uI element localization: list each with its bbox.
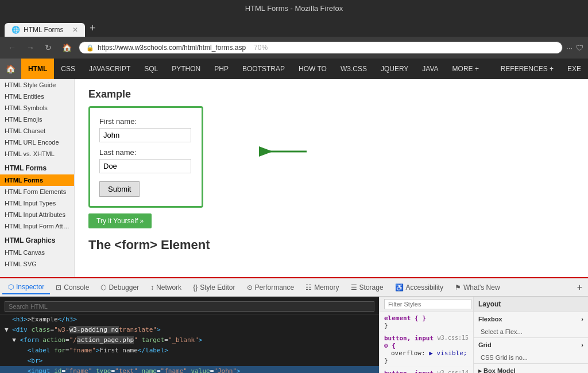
- devtools-tab-console[interactable]: ⊡ Console: [50, 281, 95, 294]
- devtools-tab-debugger[interactable]: ⬡ Debugger: [95, 281, 145, 294]
- sidebar-item-style-guide[interactable]: HTML Style Guide: [0, 79, 74, 91]
- nav-item-css[interactable]: CSS: [54, 59, 82, 79]
- address-bar[interactable]: 🔒 https://www.w3schools.com/html/html_fo…: [79, 41, 563, 54]
- main-layout: HTML Style Guide HTML Entities HTML Symb…: [0, 79, 588, 277]
- grid-title[interactable]: Grid ›: [474, 338, 588, 352]
- memory-icon: ☷: [305, 283, 312, 292]
- storage-icon: ☰: [351, 283, 357, 292]
- html-line-3: ▼ <form action="/action_page.php" target…: [0, 335, 379, 345]
- console-icon: ⊡: [56, 283, 61, 292]
- nav-item-html[interactable]: HTML: [21, 59, 54, 79]
- nav-item-sql[interactable]: SQL: [137, 59, 165, 79]
- accessibility-icon: ♿: [395, 283, 404, 292]
- devtools-add-button[interactable]: +: [574, 281, 586, 294]
- window-title: HTML Forms - Mozilla Firefox: [245, 4, 343, 13]
- example-title: Example: [88, 88, 574, 100]
- nav-item-javascript[interactable]: JAVASCRIPT: [82, 59, 137, 79]
- first-name-input[interactable]: [99, 128, 191, 142]
- html-line-1: <h3>>Example</h3>: [0, 314, 379, 325]
- sidebar-item-html-forms[interactable]: HTML Forms: [0, 174, 74, 186]
- forward-button[interactable]: →: [23, 42, 38, 53]
- sidebar-item-entities[interactable]: HTML Entities: [0, 91, 74, 102]
- nav-item-exercises[interactable]: EXE: [560, 61, 588, 76]
- filter-styles-input[interactable]: [384, 299, 471, 309]
- flexbox-title[interactable]: Flexbox ›: [474, 312, 588, 326]
- nav-actions: ··· 🛡: [566, 44, 583, 52]
- html-line-2: ▼ <div class="w3-w3-padding notranslate"…: [0, 325, 379, 335]
- style-block-button-input-select: w3.css:14 button, input, select, textare…: [380, 367, 473, 373]
- w3-home-button[interactable]: 🏠: [0, 59, 21, 79]
- search-html-input[interactable]: [5, 301, 374, 312]
- accessibility-label: Accessibility: [406, 283, 443, 292]
- flexbox-chevron: ›: [581, 316, 583, 323]
- submit-button[interactable]: Submit: [99, 181, 140, 197]
- last-name-label: Last name:: [99, 148, 192, 157]
- grid-chevron: ›: [581, 341, 583, 348]
- devtools-tab-performance[interactable]: ⊙ Performance: [241, 281, 300, 294]
- tab-label: HTML Forms: [24, 26, 64, 34]
- devtools-tab-style-editor[interactable]: {} Style Editor: [187, 281, 241, 294]
- title-bar: HTML Forms - Mozilla Firefox: [0, 0, 588, 16]
- menu-button[interactable]: ···: [566, 44, 572, 52]
- sidebar-item-input-form-attrs[interactable]: HTML Input Form Attributes: [0, 220, 74, 232]
- html-line-5: <br>: [0, 356, 379, 366]
- layout-panel-title: Layout: [474, 297, 588, 312]
- new-tab-button[interactable]: +: [85, 20, 100, 37]
- reload-button[interactable]: ↻: [41, 42, 55, 53]
- html-line-6: <input id="fname" type="text" name="fnam…: [0, 366, 379, 373]
- first-name-group: First name:: [99, 117, 192, 142]
- sidebar-item-charset[interactable]: HTML Charset: [0, 125, 74, 137]
- nav-item-w3css[interactable]: W3.CSS: [334, 59, 374, 79]
- nav-item-python[interactable]: PYTHON: [165, 59, 207, 79]
- inspector-icon: ⬡: [8, 283, 14, 291]
- devtools-tab-inspector[interactable]: ⬡ Inspector: [2, 281, 50, 294]
- devtools-tab-memory[interactable]: ☷ Memory: [300, 281, 345, 294]
- browser-tab-html-forms[interactable]: 🌐 HTML Forms ✕: [5, 23, 85, 37]
- sidebar-section-forms: HTML Forms: [0, 160, 74, 174]
- content-area: Example: [75, 79, 588, 277]
- devtools-tab-network[interactable]: ↕ Network: [145, 281, 187, 294]
- sidebar-item-input-types[interactable]: HTML Input Types: [0, 197, 74, 209]
- sidebar-item-url-encode[interactable]: HTML URL Encode: [0, 137, 74, 148]
- last-name-group: Last name:: [99, 148, 192, 173]
- nav-item-jquery[interactable]: JQUERY: [374, 59, 415, 79]
- sidebar-item-svg[interactable]: HTML SVG: [0, 258, 74, 270]
- styles-panel: :hov .cls + 📋 element { } } w3.css:15 bu…: [379, 297, 473, 373]
- nav-item-php[interactable]: PHP: [207, 59, 235, 79]
- nav-item-references[interactable]: REFERENCES +: [494, 61, 560, 76]
- nav-item-bootstrap[interactable]: BOOTSTRAP: [235, 59, 292, 79]
- devtools-tab-storage[interactable]: ☰ Storage: [345, 281, 389, 294]
- style-editor-label: Style Editor: [200, 283, 235, 292]
- form-element-title: The <form> Element: [88, 238, 574, 252]
- nav-item-howto[interactable]: HOW TO: [292, 59, 334, 79]
- grid-content: CSS Grid is no...: [474, 352, 588, 363]
- search-html-bar: [0, 299, 379, 314]
- sidebar-item-xhtml[interactable]: HTML vs. XHTML: [0, 148, 74, 160]
- sidebar-item-form-elements[interactable]: HTML Form Elements: [0, 186, 74, 197]
- shield-button[interactable]: 🛡: [576, 44, 583, 52]
- tab-close-button[interactable]: ✕: [72, 26, 78, 34]
- back-button[interactable]: ←: [5, 42, 20, 53]
- w3schools-nav: 🏠 HTML CSS JAVASCRIPT SQL PYTHON PHP BOO…: [0, 59, 588, 79]
- layout-panel: Layout Flexbox › Select a Flex... Grid ›…: [473, 297, 588, 373]
- devtools-tab-accessibility[interactable]: ♿ Accessibility: [389, 281, 449, 294]
- debugger-label: Debugger: [109, 283, 139, 292]
- last-name-input[interactable]: [99, 159, 191, 173]
- example-form: First name: Last name: Submit: [88, 106, 203, 208]
- home-button[interactable]: 🏠: [59, 42, 75, 53]
- memory-label: Memory: [314, 283, 339, 292]
- nav-bar: ← → ↻ 🏠 🔒 https://www.w3schools.com/html…: [0, 37, 588, 59]
- flexbox-section: Flexbox › Select a Flex...: [474, 312, 588, 338]
- sidebar-item-symbols[interactable]: HTML Symbols: [0, 102, 74, 114]
- try-it-button[interactable]: Try it Yourself »: [88, 213, 152, 228]
- nav-item-more[interactable]: MORE +: [446, 59, 486, 79]
- performance-icon: ⊙: [247, 283, 253, 292]
- sidebar-item-emojis[interactable]: HTML Emojis: [0, 114, 74, 125]
- box-model-title[interactable]: ▸ Box Model: [474, 364, 588, 373]
- grid-section: Grid › CSS Grid is no...: [474, 338, 588, 364]
- first-name-label: First name:: [99, 117, 192, 126]
- nav-item-java[interactable]: JAVA: [415, 59, 445, 79]
- sidebar-item-canvas[interactable]: HTML Canvas: [0, 247, 74, 258]
- sidebar-item-input-attrs[interactable]: HTML Input Attributes: [0, 209, 74, 220]
- devtools-tab-whats-new[interactable]: ⚑ What's New: [449, 281, 506, 294]
